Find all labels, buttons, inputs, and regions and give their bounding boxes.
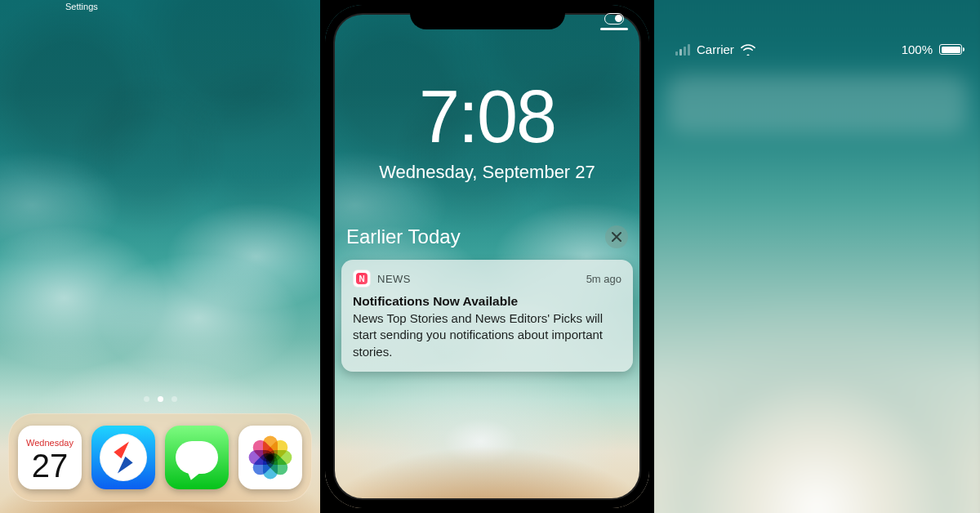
lock-screen-time: 7:08 xyxy=(325,75,649,159)
battery-percentage: 100% xyxy=(902,42,933,56)
close-icon xyxy=(612,232,621,242)
calendar-weekday: Wednesday xyxy=(26,438,74,448)
home-screen-panel: Settings Wednesday 27 xyxy=(0,0,320,513)
notification-title: Notifications Now Available xyxy=(353,294,621,309)
safari-app-icon[interactable] xyxy=(91,426,155,489)
do-not-disturb-icon[interactable] xyxy=(604,13,624,25)
speech-bubble-icon xyxy=(176,441,218,474)
notification-header: N NEWS 5m ago xyxy=(353,270,621,288)
notification-body: News Top Stories and News Editors' Picks… xyxy=(353,310,621,360)
calendar-day-number: 27 xyxy=(32,449,69,482)
lock-screen-panel: 7:08 Wednesday, September 27 Earlier Tod… xyxy=(320,0,654,513)
status-bar: Carrier 100% xyxy=(654,42,980,56)
wifi-icon xyxy=(741,44,755,56)
notification-card[interactable]: N NEWS 5m ago Notifications Now Availabl… xyxy=(341,260,633,372)
notification-timestamp: 5m ago xyxy=(586,273,621,285)
device-frame: 7:08 Wednesday, September 27 Earlier Tod… xyxy=(325,5,649,508)
carrier-label: Carrier xyxy=(697,42,734,56)
status-bar-panel: Carrier 100% xyxy=(654,0,980,513)
page-dot xyxy=(172,396,177,402)
lock-screen-status-icons xyxy=(600,13,628,30)
battery-full-icon xyxy=(939,44,962,55)
news-app-icon: N xyxy=(353,270,371,288)
notification-app-label: NEWS xyxy=(377,273,411,285)
lock-screen-date: Wednesday, September 27 xyxy=(325,162,649,183)
page-dot-active xyxy=(158,396,163,402)
device-notch xyxy=(410,5,565,29)
cellular-signal-icon xyxy=(675,44,690,56)
photos-flower-icon xyxy=(247,435,293,480)
notification-section-title: Earlier Today xyxy=(346,225,461,248)
home-label-2: Settings xyxy=(65,2,98,11)
home-app-labels-row: Settings xyxy=(0,2,320,11)
calendar-app-icon[interactable]: Wednesday 27 xyxy=(18,426,82,489)
status-underline xyxy=(600,28,628,30)
compass-icon xyxy=(100,434,147,481)
page-dot xyxy=(144,396,149,402)
messages-app-icon[interactable] xyxy=(165,426,229,489)
clear-notifications-button[interactable] xyxy=(605,225,628,248)
page-indicator[interactable] xyxy=(0,396,320,402)
blurred-wallpaper xyxy=(654,0,980,513)
photos-app-icon[interactable] xyxy=(238,426,302,489)
dock: Wednesday 27 xyxy=(8,413,312,502)
